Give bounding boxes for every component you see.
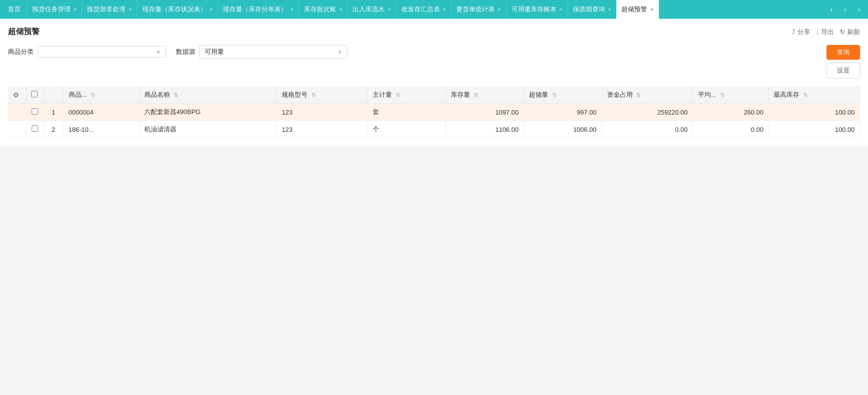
nav-tab-tab11[interactable]: 超储预警× [616, 0, 658, 19]
table-header-row: ⚙ 商品... ⇅ 商品名称 ⇅ 规格型号 ⇅ [8, 86, 860, 104]
page-header: 超储预警 ⤴ 分享 ↓ 导出 ↻ 刷新 [8, 27, 860, 37]
row-checkbox-0[interactable] [32, 108, 38, 115]
col-stock[interactable]: 库存量 ⇅ [446, 86, 524, 104]
row-num-0: 1 [43, 104, 63, 121]
filter-buttons: 查询 设置 [826, 45, 860, 79]
col-gear[interactable]: ⚙ [8, 86, 26, 104]
nav-tab-tab2[interactable]: 拣货异常处理× [82, 0, 137, 19]
close-tab-tab6-icon[interactable]: × [388, 6, 391, 12]
row-name-0: 六配套新昌490BPG [139, 104, 276, 121]
export-icon: ↓ [816, 28, 820, 36]
row-maxstock-1: 100.00 [769, 121, 860, 138]
page-title: 超储预警 [8, 27, 40, 37]
nav-tab-tab10[interactable]: 保质期查询× [568, 0, 616, 19]
sort-maxstock-icon: ⇅ [803, 92, 808, 98]
row-capital-0: 259220.00 [602, 104, 693, 121]
nav-tab-tab9[interactable]: 可用量库存账本× [507, 0, 568, 19]
col-spec[interactable]: 规格型号 ⇅ [277, 86, 368, 104]
sort-stock-icon: ⇅ [474, 92, 478, 98]
table-row: 1 0000004 六配套新昌490BPG 123 套 1097.00 997.… [8, 104, 860, 121]
row-spec-1: 123 [277, 121, 368, 138]
close-tab-tab3-icon[interactable]: × [210, 6, 213, 12]
sort-name-icon: ⇅ [174, 92, 178, 98]
col-capital[interactable]: 资金占用 ⇅ [602, 86, 693, 104]
row-stock-1: 1106.00 [446, 121, 524, 138]
nav-tab-tab4[interactable]: 现存量（库存分布表）× [218, 0, 299, 19]
col-unit[interactable]: 主计量 ⇅ [368, 86, 446, 104]
nav-home[interactable]: 首页 [2, 0, 27, 19]
select-all-checkbox[interactable] [31, 91, 38, 97]
nav-bar: 首页 拣货任务管理×拣货异常处理×现存量（库存状况表）×现存量（库存分布表）×库… [0, 0, 868, 19]
datasource-value: 可用量 [205, 47, 224, 56]
category-chevron-icon: ∨ [156, 48, 161, 55]
sort-spec-icon: ⇅ [311, 92, 316, 98]
header-actions: ⤴ 分享 ↓ 导出 ↻ 刷新 [792, 28, 861, 37]
col-rownum [43, 86, 63, 104]
close-tab-tab8-icon[interactable]: × [498, 6, 501, 12]
row-overstock-0: 997.00 [523, 104, 602, 121]
col-checkbox[interactable] [26, 86, 43, 104]
share-icon: ⤴ [792, 28, 795, 36]
row-num-1: 2 [43, 121, 63, 138]
sort-code-icon: ⇅ [90, 92, 95, 98]
nav-tab-tab1[interactable]: 拣货任务管理× [27, 0, 82, 19]
nav-next-btn[interactable]: › [838, 0, 852, 19]
nav-tab-tab7[interactable]: 收发存汇总表× [396, 0, 451, 19]
datasource-chevron-icon: ∨ [338, 48, 342, 55]
nav-more-btn[interactable]: › [852, 0, 866, 19]
sort-unit-icon: ⇅ [396, 92, 400, 98]
data-table: ⚙ 商品... ⇅ 商品名称 ⇅ 规格型号 ⇅ [8, 86, 860, 138]
row-name-1: 机油滤清器 [139, 121, 276, 138]
row-checkbox-cell-1[interactable] [26, 121, 43, 138]
row-capital-1: 0.00 [602, 121, 693, 138]
nav-tab-tab6[interactable]: 出入库流水× [347, 0, 396, 19]
col-code[interactable]: 商品... ⇅ [63, 86, 139, 104]
close-tab-tab1-icon[interactable]: × [74, 6, 77, 12]
gear-icon[interactable]: ⚙ [13, 91, 19, 99]
close-tab-tab5-icon[interactable]: × [339, 6, 342, 12]
close-tab-tab11-icon[interactable]: × [650, 6, 653, 12]
row-unit-0: 套 [368, 104, 446, 121]
category-label: 商品分类 [8, 47, 34, 56]
datasource-label: 数据源 [176, 47, 195, 56]
page-container: 超储预警 ⤴ 分享 ↓ 导出 ↻ 刷新 商品分类 ∨ [0, 19, 868, 146]
nav-arrows: ‹ › › [825, 0, 866, 19]
nav-tab-tab5[interactable]: 库存批次账× [299, 0, 347, 19]
datasource-filter-group: 数据源 可用量 ∨ [176, 45, 347, 59]
col-maxstock[interactable]: 最高库存 ⇅ [769, 86, 860, 104]
row-avg-0: 260.00 [693, 104, 769, 121]
datasource-select[interactable]: 可用量 ∨ [199, 45, 347, 59]
row-code-1: 186-10... [63, 121, 139, 138]
setting-button[interactable]: 设置 [826, 63, 860, 79]
close-tab-tab2-icon[interactable]: × [129, 6, 131, 12]
nav-tab-tab3[interactable]: 现存量（库存状况表）× [137, 0, 218, 19]
col-avg[interactable]: 平均... ⇅ [693, 86, 769, 104]
col-overstock[interactable]: 超储量 ⇅ [523, 86, 602, 104]
row-spec-0: 123 [277, 104, 368, 121]
row-stock-0: 1097.00 [446, 104, 524, 121]
share-button[interactable]: ⤴ 分享 [792, 28, 810, 37]
category-filter-group: 商品分类 ∨ [8, 46, 166, 58]
close-tab-tab9-icon[interactable]: × [560, 6, 563, 12]
row-gear-1 [8, 121, 26, 138]
nav-tab-tab8[interactable]: 要货单统计表× [451, 0, 506, 19]
category-select[interactable]: ∨ [38, 46, 166, 58]
row-checkbox-cell-0[interactable] [26, 104, 43, 121]
row-code-0: 0000004 [63, 104, 139, 121]
export-button[interactable]: ↓ 导出 [816, 28, 834, 37]
row-maxstock-0: 100.00 [769, 104, 860, 121]
table-row: 2 186-10... 机油滤清器 123 个 1106.00 1006.00 … [8, 121, 860, 138]
row-gear-0 [8, 104, 26, 121]
row-overstock-1: 1006.00 [523, 121, 602, 138]
sort-overstock-icon: ⇅ [552, 92, 557, 98]
col-name[interactable]: 商品名称 ⇅ [139, 86, 276, 104]
row-checkbox-1[interactable] [32, 125, 38, 132]
row-unit-1: 个 [368, 121, 446, 138]
close-tab-tab7-icon[interactable]: × [443, 6, 446, 12]
close-tab-tab4-icon[interactable]: × [290, 6, 293, 12]
query-button[interactable]: 查询 [826, 45, 860, 60]
refresh-button[interactable]: ↻ 刷新 [840, 28, 860, 37]
refresh-icon: ↻ [840, 28, 845, 36]
nav-prev-btn[interactable]: ‹ [825, 0, 838, 19]
close-tab-tab10-icon[interactable]: × [608, 6, 611, 12]
